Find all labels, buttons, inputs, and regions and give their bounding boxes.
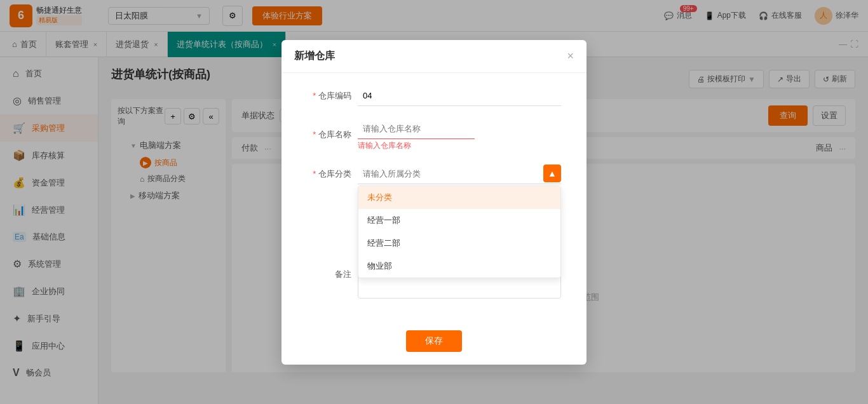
category-label: 仓库分类	[307, 164, 351, 184]
code-label: 仓库编码	[307, 86, 351, 106]
category-toggle-btn[interactable]: ▲	[543, 165, 561, 182]
dropdown-item-dept2[interactable]: 经营二部	[358, 232, 560, 255]
remark-label: 备注	[307, 260, 351, 285]
code-row: 仓库编码	[307, 86, 561, 106]
dropdown-item-none[interactable]: 未分类	[358, 186, 560, 209]
modal-close-btn[interactable]: ×	[567, 50, 574, 63]
name-input[interactable]	[358, 119, 475, 139]
save-btn[interactable]: 保存	[406, 330, 462, 352]
modal-overlay: 新增仓库 × 仓库编码 仓库名称 请输入仓库名称 仓	[0, 0, 868, 404]
modal-header: 新增仓库 ×	[281, 40, 587, 73]
modal-body: 仓库编码 仓库名称 请输入仓库名称 仓库分类	[281, 73, 587, 324]
dropdown-item-dept3[interactable]: 物业部	[358, 255, 560, 278]
category-wrapper: ▲ 未分类 经营一部 经营二部 物业部	[358, 164, 561, 184]
category-input[interactable]	[358, 169, 543, 178]
add-warehouse-modal: 新增仓库 × 仓库编码 仓库名称 请输入仓库名称 仓	[281, 40, 587, 365]
category-dropdown: 未分类 经营一部 经营二部 物业部	[358, 185, 561, 278]
name-error-msg: 请输入仓库名称	[358, 140, 475, 151]
dropdown-item-dept1[interactable]: 经营一部	[358, 209, 560, 232]
modal-footer: 保存	[281, 324, 587, 352]
modal-title: 新增仓库	[294, 50, 335, 63]
name-row: 仓库名称 请输入仓库名称	[307, 119, 561, 151]
category-row: 仓库分类 ▲ 未分类 经营一部 经营二部 物业部	[307, 164, 561, 184]
code-input[interactable]	[358, 86, 561, 106]
category-input-row: ▲	[358, 164, 561, 184]
name-label: 仓库名称	[307, 125, 351, 145]
